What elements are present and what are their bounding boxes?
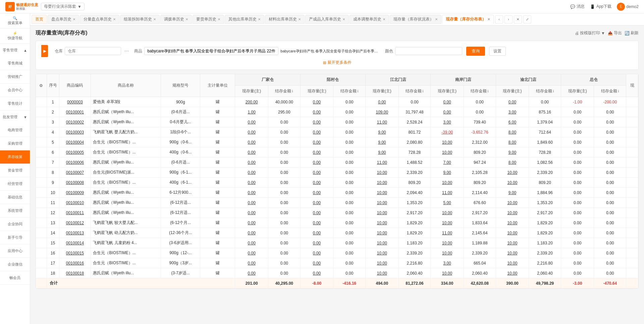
th-wh3-amt: 结存金额ℹ <box>398 86 431 97</box>
tab-next-btn[interactable]: › <box>504 15 513 24</box>
sidebar-item-retail-mgmt[interactable]: 零售管理 ▲ <box>0 44 30 57</box>
app-download-btn[interactable]: 📱 App下载 <box>590 4 611 9</box>
tab-stock-dist[interactable]: 现存量（库存分布表） ✕ <box>442 15 494 24</box>
refresh-btn[interactable]: 🔄 刷新 <box>625 30 639 36</box>
tab-close-transfer[interactable]: ✕ <box>185 17 188 21</box>
sidebar-item-chang-member[interactable]: 畅会员 <box>0 271 30 285</box>
tab-close-requisition[interactable]: ✕ <box>218 17 220 21</box>
cell-name: 惠氏启赋（Wyeth illu... <box>91 157 161 168</box>
cell-wh1-amt: 0.00 <box>268 157 301 168</box>
sidebar-item-finance[interactable]: 资金管理 <box>0 164 30 177</box>
cell-code: 00100010 <box>59 198 91 208</box>
cell-wh5-amt: 1,379.04 <box>529 117 561 127</box>
cell-total-qty: 0.00 <box>561 208 594 218</box>
product-input[interactable] <box>144 47 278 55</box>
sidebar-item-sys-mgmt[interactable]: 系统管理 <box>0 204 30 218</box>
sidebar-item-marketing[interactable]: 营销推广 <box>0 70 30 84</box>
store-selector[interactable]: 母婴行业演示陈套 ▼ <box>41 3 85 10</box>
cell-wh3-amt: 2,339.20 <box>398 248 431 258</box>
cell-code: 00100012 <box>59 218 91 228</box>
tab-other-out[interactable]: 其他出库单历史 ✕ <box>225 15 264 24</box>
sidebar-item-new-guide[interactable]: 新手引导 <box>0 231 30 244</box>
sidebar-item-wholesale[interactable]: 批发管理 ▼ <box>0 110 30 124</box>
cell-extra <box>626 228 638 238</box>
cell-wh3-qty: 10.00 <box>366 218 399 228</box>
tab-stock-status[interactable]: 现存量（库存状况表） ✕ <box>390 15 441 24</box>
tab-close-stock-status[interactable]: ✕ <box>435 17 438 21</box>
cell-wh5-qty: 8.00 <box>496 157 529 168</box>
sidebar-item-purchase[interactable]: 采购管理 <box>0 137 30 150</box>
warehouse-dots-btn[interactable]: ··· <box>124 48 129 54</box>
cell-unit: 罐 <box>200 188 235 198</box>
chang-member-label: 畅会员 <box>1 275 29 280</box>
cell-wh1-amt: 0.00 <box>268 268 301 278</box>
tab-bar: 首页 盘点单历史 ✕ 分量盘点单历史 ✕ 组装拆卸单历史 ✕ 调拨单历史 ✕ 要… <box>30 13 644 26</box>
cell-total-qty: -1.00 <box>561 97 594 107</box>
tab-close-stock-dist[interactable]: ✕ <box>487 17 490 21</box>
sidebar-item-member[interactable]: 会员中心 <box>0 84 30 97</box>
tab-product-in[interactable]: 产成品入库单历史 ✕ <box>305 15 349 24</box>
tab-transfer[interactable]: 调拨单历史 ✕ <box>160 15 192 24</box>
cell-extra <box>626 218 638 228</box>
warehouse-input[interactable] <box>65 47 121 55</box>
cell-total-amt: 0.00 <box>594 248 626 258</box>
tab-inventory-single[interactable]: 盘点单历史 ✕ <box>48 15 79 24</box>
sidebar-item-wechat-work[interactable]: 企业微信 <box>0 258 30 271</box>
cell-total-amt: 0.00 <box>594 268 626 278</box>
table-row: 15 00100014 飞鹤星飞帆 儿童奶粉 4... (3-6岁适用... 罐… <box>36 238 638 248</box>
cell-wh3-qty: 9.00 <box>366 137 399 147</box>
sidebar-item-basic-info[interactable]: 基础信息 <box>0 191 30 204</box>
finance-label: 资金管理 <box>1 168 29 173</box>
sidebar-item-ecommerce[interactable]: 电商管理 <box>0 124 30 137</box>
sidebar-item-app-center[interactable]: 应用中心 <box>0 244 30 258</box>
tab-expand-btn[interactable]: ⤢ <box>523 15 531 24</box>
cell-extra <box>626 117 638 127</box>
tab-assembly[interactable]: 组装拆卸单历史 ✕ <box>120 15 160 24</box>
tab-requisition[interactable]: 要货单历史 ✕ <box>193 15 224 24</box>
cell-num: 4 <box>47 127 59 137</box>
cell-wh3-qty: 10.00 <box>366 178 399 188</box>
tab-close-assembly[interactable]: ✕ <box>153 17 156 21</box>
table-row: 9 00100008 合生元（BIOSTIME）... 400g（6-1... … <box>36 178 638 188</box>
cell-wh3-amt: 2,080.80 <box>398 137 431 147</box>
cell-wh1-amt: 0.00 <box>268 127 301 137</box>
tab-cost-adj[interactable]: 成本调整单历史 ✕ <box>350 15 389 24</box>
collapse-btn[interactable]: ▶ <box>41 45 48 57</box>
cell-wh3-amt: 2,339.20 <box>398 168 431 178</box>
sidebar-item-enterprise[interactable]: 企业协同 <box>0 218 30 231</box>
tab-close-all-btn[interactable]: ✕ <box>514 15 522 24</box>
tab-dist-inventory[interactable]: 分量盘点单历史 ✕ <box>80 15 119 24</box>
tab-close-product-in[interactable]: ✕ <box>342 17 345 21</box>
message-btn[interactable]: 💬 消息 <box>570 4 585 9</box>
tab-close-cost-adj[interactable]: ✕ <box>383 17 385 21</box>
tab-material-out[interactable]: 材料出库单历史 ✕ <box>265 15 305 24</box>
export-btn[interactable]: 📤 导出 <box>608 30 622 36</box>
cell-unit: 罐 <box>200 268 235 278</box>
tab-home[interactable]: 首页 <box>32 15 47 24</box>
expand-conditions-btn[interactable]: ⊞ 展开更多条件 <box>323 60 352 65</box>
th-settings[interactable]: ⚙ <box>36 74 47 97</box>
print-btn[interactable]: 🖨 按模版打印 ▼ <box>575 30 605 36</box>
sidebar-item-quick-nav[interactable]: ⚡ 快捷导航 <box>0 29 30 44</box>
cell-wh1-qty: 0.00 <box>235 248 268 258</box>
tab-close-inventory-single[interactable]: ✕ <box>73 17 75 21</box>
cell-wh1-amt: 0.00 <box>268 117 301 127</box>
sidebar-label-search: 搜索英单 <box>1 20 29 26</box>
sidebar-item-retail-store[interactable]: 零售商城 <box>0 57 30 70</box>
user-profile[interactable]: E demo2 <box>617 3 639 11</box>
cell-wh4-qty: 10.00 <box>431 178 464 188</box>
tab-prev-btn[interactable]: ‹ <box>495 15 503 24</box>
sidebar-item-operations[interactable]: 经营管理 <box>0 177 30 191</box>
sidebar-item-retail-stats[interactable]: 零售统计 <box>0 97 30 110</box>
tab-close-material-out[interactable]: ✕ <box>298 17 301 21</box>
cell-num: 1 <box>47 97 59 107</box>
cell-wh4-amt: 1,189.88 <box>464 238 496 248</box>
sidebar-item-inventory[interactable]: 库存核算 <box>0 150 30 164</box>
tab-close-other-out[interactable]: ✕ <box>258 17 261 21</box>
tab-close-dist-inventory[interactable]: ✕ <box>113 17 116 21</box>
color-input[interactable] <box>395 47 462 55</box>
query-button[interactable]: 查询 <box>466 47 485 56</box>
sidebar-item-search-hero[interactable]: 🔍 搜索英单 <box>0 13 30 29</box>
settings-button[interactable]: 设置 <box>489 47 506 56</box>
cell-num: 18 <box>47 268 59 278</box>
